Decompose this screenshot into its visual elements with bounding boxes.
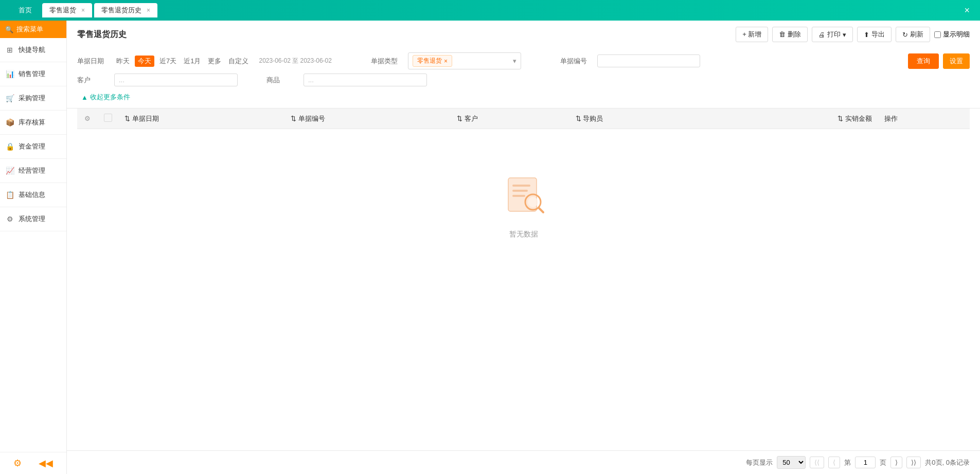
basic-info-icon: 📋 — [5, 190, 14, 199]
sidebar-item-finance[interactable]: 🔒 资金管理 — [0, 135, 66, 159]
sidebar-item-sales-mgmt[interactable]: 📊 销售管理 — [0, 62, 66, 86]
svg-rect-2 — [512, 190, 528, 192]
th-guide[interactable]: ⇅ 导购员 — [569, 108, 712, 129]
type-dropdown-icon: ▾ — [513, 57, 516, 65]
date-option-last7[interactable]: 近7天 — [157, 56, 179, 67]
page-last-btn[interactable]: ⟩⟩ — [906, 457, 921, 468]
svg-point-5 — [528, 197, 538, 207]
page-size-label: 每页显示 — [746, 458, 773, 467]
date-options: 昨天 今天 近7天 近1月 更多 自定义 — [114, 56, 251, 67]
close-tab-retail-return-history[interactable]: × — [147, 7, 150, 14]
sidebar-item-inventory[interactable]: 📦 库存核算 — [0, 111, 66, 135]
goods-filter-label: 商品 — [266, 76, 295, 85]
system-icon: ⚙ — [5, 214, 14, 224]
sidebar-search[interactable]: 🔍 搜索菜单 — [0, 21, 66, 38]
sales-icon: 📊 — [5, 69, 14, 79]
filter-row-date: 单据日期 昨天 今天 近7天 近1月 更多 自定义 2023-06-02 至 2… — [77, 52, 970, 69]
filter-row-customer: 客户 ... 商品 ... — [77, 74, 970, 86]
type-tag-close[interactable]: × — [444, 58, 448, 65]
page-next-btn[interactable]: ⟩ — [890, 457, 902, 468]
sidebar-item-quick-nav[interactable]: ⊞ 快捷导航 — [0, 38, 66, 62]
pagination-bar: 每页显示 50 10 20 100 ⟨⟨ ⟨ 第 页 ⟩ ⟩⟩ 共0页, 0条记… — [67, 450, 980, 474]
settings-icon: ⚙ — [84, 115, 91, 122]
export-button[interactable]: ⬆ 导出 — [857, 27, 892, 42]
select-all-checkbox[interactable] — [104, 114, 112, 122]
print-button[interactable]: 🖨 打印 ▾ — [812, 27, 853, 42]
window-close-button[interactable]: × — [959, 5, 975, 16]
page-first-btn[interactable]: ⟨⟨ — [810, 457, 824, 468]
sidebar-bottom: ⚙ ◀◀ — [0, 452, 66, 474]
svg-rect-3 — [512, 195, 525, 197]
main-layout: 🔍 搜索菜单 ⊞ 快捷导航 📊 销售管理 🛒 采购管理 📦 库存核算 🔒 资金管… — [0, 21, 980, 474]
page-size-select[interactable]: 50 10 20 100 — [777, 456, 806, 469]
sidebar-item-basic-info[interactable]: 📋 基础信息 — [0, 183, 66, 207]
voucher-filter-label: 单据编号 — [560, 57, 589, 66]
empty-text: 暂无数据 — [509, 230, 538, 239]
date-filter-label: 单据日期 — [77, 57, 106, 66]
type-filter-select[interactable]: 零售退货 × ▾ — [408, 52, 521, 69]
page-title-row: 零售退货历史 + 新增 🗑 删除 🖨 打印 ▾ ⬆ 导出 ↻ — [77, 27, 970, 42]
page-input[interactable] — [855, 457, 876, 468]
page-suffix: 页 — [880, 458, 886, 467]
date-option-last1m[interactable]: 近1月 — [182, 56, 203, 67]
toolbar: + 新增 🗑 删除 🖨 打印 ▾ ⬆ 导出 ↻ 刷新 — [736, 27, 970, 42]
goods-filter-input[interactable]: ... — [304, 74, 427, 86]
type-filter-label: 单据类型 — [371, 57, 400, 66]
data-table: ⚙ ⇅ 单据日期 ⇅ 单据编号 ⇅ 客户 — [77, 108, 970, 129]
display-detail-checkbox[interactable] — [934, 31, 941, 38]
quick-nav-icon: ⊞ — [5, 45, 14, 54]
page-title: 零售退货历史 — [77, 29, 127, 40]
sidebar-item-operations[interactable]: 📈 经营管理 — [0, 159, 66, 183]
tab-retail-return-history[interactable]: 零售退货历史 × — [94, 3, 157, 17]
refresh-button[interactable]: ↻ 刷新 — [896, 27, 930, 42]
purchase-icon: 🛒 — [5, 94, 14, 103]
operations-icon: 📈 — [5, 166, 14, 175]
tab-list: 首页 零售退货 × 零售退货历史 × — [10, 0, 959, 21]
date-range-value: 2023-06-02 至 2023-06-02 — [259, 57, 331, 65]
date-option-today[interactable]: 今天 — [135, 56, 154, 67]
close-tab-retail-return[interactable]: × — [81, 7, 85, 14]
delete-button[interactable]: 🗑 删除 — [772, 27, 808, 42]
sidebar-item-purchase-mgmt[interactable]: 🛒 采购管理 — [0, 86, 66, 111]
th-amount[interactable]: ⇅ 实销金额 — [712, 108, 878, 129]
tab-retail-return[interactable]: 零售退货 × — [42, 3, 92, 17]
collapse-button[interactable]: ▲ 收起更多条件 — [77, 90, 970, 104]
svg-line-6 — [539, 208, 543, 212]
type-tag: 零售退货 × — [413, 55, 452, 67]
sidebar-audio-icon[interactable]: ◀◀ — [39, 458, 53, 469]
page-label: 第 — [844, 458, 851, 467]
filter-area: 单据日期 昨天 今天 近7天 近1月 更多 自定义 2023-06-02 至 2… — [77, 48, 970, 104]
svg-rect-1 — [512, 185, 530, 187]
date-option-yesterday[interactable]: 昨天 — [114, 56, 132, 67]
th-date[interactable]: ⇅ 单据日期 — [118, 108, 284, 129]
collapse-icon: ▲ — [81, 94, 88, 101]
th-action: 操作 — [878, 108, 970, 129]
empty-state: 暂无数据 — [77, 129, 970, 280]
top-bar: 首页 零售退货 × 零售退货历史 × × — [0, 0, 980, 21]
print-icon: 🖨 — [818, 31, 825, 39]
date-option-more[interactable]: 更多 — [206, 56, 223, 67]
th-settings[interactable]: ⚙ — [77, 108, 98, 129]
query-button[interactable]: 查询 — [908, 53, 939, 69]
date-option-custom[interactable]: 自定义 — [226, 56, 251, 67]
print-dropdown-icon: ▾ — [843, 31, 846, 39]
customer-filter-label: 客户 — [77, 76, 106, 85]
voucher-filter-input[interactable] — [597, 54, 700, 67]
sidebar-settings-icon[interactable]: ⚙ — [13, 458, 22, 469]
table-wrap: ⚙ ⇅ 单据日期 ⇅ 单据编号 ⇅ 客户 — [67, 108, 980, 450]
inventory-icon: 📦 — [5, 118, 14, 127]
display-detail-checkbox-label[interactable]: 显示明细 — [934, 30, 970, 39]
th-checkbox[interactable] — [98, 108, 118, 129]
settings-button[interactable]: 设置 — [943, 53, 970, 69]
sidebar-item-system-mgmt[interactable]: ⚙ 系统管理 — [0, 207, 66, 231]
th-customer[interactable]: ⇅ 客户 — [451, 108, 569, 129]
total-info: 共0页, 0条记录 — [925, 458, 970, 467]
refresh-icon: ↻ — [902, 31, 908, 39]
page-prev-btn[interactable]: ⟨ — [828, 457, 840, 468]
sidebar: 🔍 搜索菜单 ⊞ 快捷导航 📊 销售管理 🛒 采购管理 📦 库存核算 🔒 资金管… — [0, 21, 67, 474]
customer-filter-input[interactable]: ... — [114, 74, 238, 86]
search-icon: 🔍 — [5, 26, 13, 33]
new-button[interactable]: + 新增 — [736, 27, 768, 42]
th-number[interactable]: ⇅ 单据编号 — [284, 108, 451, 129]
tab-home[interactable]: 首页 — [10, 0, 40, 21]
